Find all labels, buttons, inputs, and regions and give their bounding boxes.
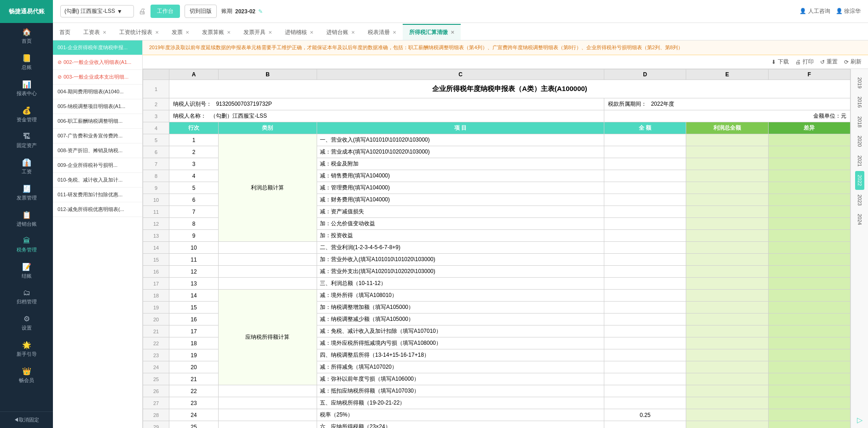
close-tab-tax-clear[interactable]: ✕ [393,30,396,35]
left-panel-item-001[interactable]: 001-企业所得税年度纳税申报... [53,40,142,55]
funds-icon: 💰 [22,106,31,115]
tab-invoice-open[interactable]: 发票开具 ✕ [237,24,278,40]
col-header-xiangmu: 项 目 [317,122,604,134]
tab-invoice-calc[interactable]: 发票算账 ✕ [196,24,237,40]
edit-period-icon[interactable]: ✎ [258,8,263,15]
top-right-area: 👤 人工咨询 👤 徐淙华 [799,7,861,15]
tab-invoice[interactable]: 发票 ✕ [165,24,196,40]
tab-home[interactable]: 首页 [53,24,77,40]
sidebar-item-home[interactable]: 🏠 首页 [0,23,53,49]
close-tab-salary-report[interactable]: ✕ [155,30,159,35]
year-item-2024[interactable]: 2024 [855,210,864,228]
close-tab-invoice[interactable]: ✕ [185,30,189,35]
company-name: (勾删) 江西服宝-LSS [64,7,115,15]
warning-bar: 2019年度涉及取以前年度延续数据的申报表单元格需要手工维护正确，才能保证本年及… [143,40,868,55]
left-panel-item-004[interactable]: 004-期间费用明细表(A1040... [53,85,142,99]
print-button[interactable]: 🖨 打印 [795,58,814,66]
table-row: 18 14 应纳税所得额计算 减：境外所得（填写A108010） [143,290,851,302]
refresh-icon: ⟳ [844,59,849,65]
table-row: 3 纳税人名称： （勾删）江西服宝-LSS 金额单位：元 [143,110,851,122]
home-icon: 🏠 [22,28,31,36]
sidebar-item-funds[interactable]: 💰 资金管理 [0,102,53,128]
left-panel-item-009[interactable]: 009-企业所得税补亏损明... [53,158,142,173]
content-area: 001-企业所得税年度纳税申报... ⊘002-一般企业收入明细表(A1... … [53,40,868,428]
year-item-2019[interactable]: 2019 [855,74,864,92]
workbench-button[interactable]: 工作台 [150,5,180,18]
tab-income-tax[interactable]: 所得税汇算清缴 ✕ [403,24,461,40]
consult-button[interactable]: 👤 人工咨询 [799,7,830,15]
tab-salary[interactable]: 工资表 ✕ [77,24,113,40]
spreadsheet-title: 企业所得税年度纳税申报表（A类）主表(A100000) [169,80,851,98]
left-panel-item-010[interactable]: 010-免税、减计收入及加计... [53,173,142,188]
year-panel: 2019 2016 2018 2020 2021 2022 2023 2024 … [851,69,868,428]
tab-purchase-ledger[interactable]: 进销台账 ✕ [320,24,361,40]
year-item-2016[interactable]: 2016 [855,93,864,111]
year-item-2020[interactable]: 2020 [855,132,864,150]
user-info: 👤 徐淙华 [836,7,861,15]
expand-panel-button[interactable]: ▷ [857,416,862,424]
chevron-down-icon: ▼ [117,8,122,15]
left-panel-item-005[interactable]: 005-纳税调整项目明细表(A1... [53,99,142,114]
left-panel-item-002[interactable]: ⊘002-一般企业收入明细表(A1... [53,55,142,70]
print-toolbar-icon: 🖨 [795,59,801,65]
table-row: 27 23 五、应纳税所得额（19-20-21-22） [143,397,851,409]
download-button[interactable]: ⬇ 下载 [771,58,789,66]
left-panel-item-011[interactable]: 011-研发费用加计扣除优惠... [53,188,142,202]
company-selector[interactable]: (勾删) 江西服宝-LSS ▼ [60,5,134,17]
close-tab-income-tax[interactable]: ✕ [451,30,454,35]
sidebar-item-reports[interactable]: 📊 报表中心 [0,75,53,102]
sidebar-item-tax[interactable]: 🏛 税务管理 [0,232,53,258]
settings-icon: ⚙ [23,314,30,323]
close-tab-invoice-open[interactable]: ✕ [268,30,272,35]
tax-icon: 🏛 [23,237,30,245]
sidebar-item-invoice[interactable]: 🧾 发票管理 [0,180,53,206]
sidebar-item-assets[interactable]: 🏗 固定资产 [0,128,53,154]
reset-icon: ↺ [820,59,825,65]
close-tab-purchase-ledger[interactable]: ✕ [351,30,355,35]
table-row: 15 11 加：营业外收入(填写A101010\101020\103000) [143,254,851,266]
left-panel-item-008[interactable]: 008-资产折旧、摊销及纳税... [53,143,142,158]
refresh-button[interactable]: ⟳ 刷新 [844,58,862,66]
member-icon: 👑 [22,367,31,376]
sidebar: 畅捷通易代账 🏠 首页 📒 总账 📊 报表中心 💰 资金管理 🏗 固定资产 👔 … [0,0,53,428]
toolbar: ⬇ 下载 🖨 打印 ↺ 重置 ⟳ 刷新 [143,55,868,69]
col-header-profit: 利润总全额 [686,122,768,134]
archive-icon: 🗂 [23,289,30,297]
print-icon: 🖨 [139,7,146,16]
close-tab-purchase-check[interactable]: ✕ [310,30,313,35]
sidebar-item-close[interactable]: 📝 结账 [0,258,53,284]
reset-button[interactable]: ↺ 重置 [820,58,838,66]
sidebar-item-sales[interactable]: 📋 进销台账 [0,206,53,232]
left-panel-item-003[interactable]: ⊘003-一般企业成本支出明细... [53,70,142,85]
tab-tax-clear[interactable]: 税表清册 ✕ [361,24,403,40]
top-bar: (勾删) 江西服宝-LSS ▼ 🖨 工作台 切到旧版 账期 2023-02 ✎ … [53,0,868,23]
sidebar-item-guide[interactable]: 🌟 新手引导 [0,336,53,362]
close-icon: 📝 [22,263,31,271]
sidebar-item-ledger[interactable]: 📒 总账 [0,49,53,75]
year-item-2022[interactable]: 2022 [855,171,864,189]
sidebar-item-settings[interactable]: ⚙ 设置 [0,310,53,336]
year-item-2021[interactable]: 2021 [855,152,864,170]
sidebar-item-salary[interactable]: 👔 工资 [0,154,53,180]
ledger-icon: 📒 [22,54,31,63]
col-header-quane: 全 额 [604,122,686,134]
period-display: 账期 2023-02 ✎ [221,7,263,15]
year-item-2018[interactable]: 2018 [855,113,864,131]
sales-icon: 📋 [22,211,31,219]
year-item-2023[interactable]: 2023 [855,191,864,209]
nav-tabs: 首页 工资表 ✕ 工资统计报表 ✕ 发票 ✕ 发票算账 ✕ 发票开具 ✕ [53,23,868,40]
left-panel-item-007[interactable]: 007-广告费和业务宣传费跨... [53,129,142,143]
tab-purchase-check[interactable]: 进销稽核 ✕ [278,24,320,40]
close-tab-invoice-calc[interactable]: ✕ [227,30,231,35]
left-panel-item-006[interactable]: 006-职工薪酬纳税调整明细... [53,114,142,129]
switch-version-button[interactable]: 切到旧版 [185,5,217,18]
sidebar-item-member[interactable]: 👑 畅会员 [0,362,53,388]
col-header-hangci: 行次 [169,122,219,134]
close-tab-salary[interactable]: ✕ [103,30,106,35]
tab-salary-report[interactable]: 工资统计报表 ✕ [113,24,165,40]
col-header-leibie: 类别 [219,122,317,134]
unpin-button[interactable]: ◀取消固定 [0,411,53,428]
sidebar-item-archive[interactable]: 🗂 归档管理 [0,284,53,310]
col-header-a: A [169,69,219,80]
left-panel-item-012[interactable]: 012-减免所得税优惠明细表(... [53,202,142,217]
